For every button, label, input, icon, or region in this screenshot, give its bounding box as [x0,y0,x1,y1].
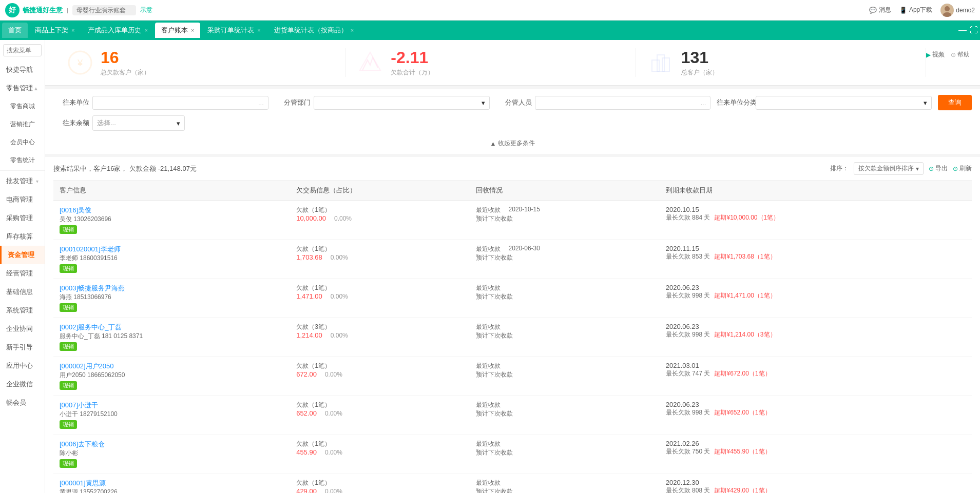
filter-dept-select[interactable]: ▾ [314,96,490,110]
collapse-icon: ▲ [490,140,496,147]
tab-home[interactable]: 首页 [2,23,28,38]
sidebar-item-corp-wechat[interactable]: 企业微信 [0,375,45,393]
tab-product-offshelf[interactable]: 商品上下架 × [29,23,81,38]
tab-purchase-stats[interactable]: 进货单统计表（按商品） × [268,23,360,38]
tab-production-history-close[interactable]: × [144,27,147,33]
customer-tag-0: 现销 [60,225,77,234]
sidebar-item-retail-mgmt[interactable]: 零售管理 ▲ [0,79,45,97]
sidebar-item-basic-info[interactable]: 基础信息 [0,283,45,301]
sidebar-item-system[interactable]: 系统管理 [0,301,45,320]
filter-dept: 分管部门 ▾ [275,96,490,110]
sidebar-search-input[interactable] [3,44,42,56]
tab-customer-account[interactable]: 客户账本 × [155,23,200,38]
return-next-7: 预计下次收款 [476,487,654,493]
filter-person-input[interactable]: ... [535,96,711,110]
tab-purchase-order[interactable]: 采购订单统计表 × [201,23,266,38]
sidebar-item-enterprise[interactable]: 企业协同 [0,320,45,338]
collapse-btn[interactable]: ▲ 收起更多条件 [53,136,972,151]
sidebar-item-member-plus[interactable]: 畅会员 [0,393,45,412]
sidebar-item-purchase-label: 采购管理 [6,213,33,223]
tab-production-history[interactable]: 产成品入库单历史 × [82,23,153,38]
sidebar-item-batch-mgmt[interactable]: 批发管理 ▾ [0,172,45,190]
app-btn[interactable]: 📱 App下载 [899,6,932,14]
overdue-link-0[interactable]: 超期¥10,000.00（1笔） [714,213,779,222]
sidebar-item-retail-stats[interactable]: 零售统计 [0,151,45,169]
cell-return-2: 最近收款 预计下次收款 [470,279,660,318]
tab-customer-account-close[interactable]: × [191,27,194,33]
return-next-5: 预计下次收款 [476,409,654,418]
sidebar-item-retail-mall[interactable]: 零售商城 [0,97,45,115]
refresh-btn[interactable]: ⊙ 刷新 [953,164,972,173]
sidebar-item-ecommerce-label: 电商管理 [6,195,33,204]
search-button[interactable]: 查询 [938,95,972,110]
sidebar-item-inventory[interactable]: 库存核算 [0,227,45,246]
sidebar-item-newbie[interactable]: 新手引导 [0,338,45,357]
cell-customer-2: [0003]畅捷服务尹海燕 海燕 18513066976 现销 [53,279,290,318]
nav-hint[interactable]: 示意 [140,6,152,14]
overdue-link-7[interactable]: 超期¥429.00（1笔） [714,486,771,493]
tab-purchase-stats-close[interactable]: × [351,27,354,33]
export-btn[interactable]: ⊙ 导出 [929,164,948,173]
sidebar-item-marketing[interactable]: 营销推广 [0,115,45,133]
cell-due-2: 2020.06.23 最长欠款 998 天 超期¥1,471.00（1笔） [660,279,972,318]
customer-name-1[interactable]: [0001020001]李老师 [60,245,284,254]
overdue-link-2[interactable]: 超期¥1,471.00（1笔） [714,291,776,300]
customer-name-0[interactable]: [0016]吴俊 [60,206,284,215]
return-last-date-1: 2020-06-30 [509,245,540,253]
tab-product-offshelf-close[interactable]: × [71,27,74,33]
results-header: 搜索结果中，客户16家， 欠款金额 -21,148.07元 排序： 按欠款金额倒… [53,157,972,181]
owe-percent-7: 0.00% [325,488,342,494]
message-btn[interactable]: 💬 消息 [869,6,891,14]
content-area: ¥ 16 总欠款客户（家） -2.11 欠款合计（ [45,40,980,493]
cell-owe-1: 欠款（1笔） 1,703.68 0.00% [290,240,469,279]
customer-name-6[interactable]: [0006]去下粮仓 [60,440,284,449]
customer-name-7[interactable]: [000001]黄思源 [60,479,284,488]
filter-balance-select[interactable]: 选择... ▾ [92,115,185,131]
sidebar-item-ecommerce[interactable]: 电商管理 [0,190,45,209]
tab-bar-right: — ⛶ [958,26,978,35]
owe-amount-3: 1,214.00 [296,331,322,339]
overdue-link-4[interactable]: 超期¥672.00（1笔） [714,369,771,378]
sidebar-item-operations[interactable]: 经营管理 [0,264,45,283]
table-row: [0016]吴俊 吴俊 13026203696 现销 欠款（1笔） 10,000… [53,201,972,240]
sidebar-item-purchase[interactable]: 采购管理 [0,209,45,227]
sidebar-search-area [0,40,45,61]
filter-unit-category-select[interactable]: ▾ [756,96,932,110]
customer-name-2[interactable]: [0003]畅捷服务尹海燕 [60,284,284,293]
cell-due-0: 2020.10.15 最长欠款 884 天 超期¥10,000.00（1笔） [660,201,972,240]
return-last-3: 最近收款 [476,323,501,331]
tab-purchase-order-close[interactable]: × [257,27,260,33]
user-btn[interactable]: demo2 [940,4,975,17]
company-select[interactable]: 母婴行业演示账套 [72,5,136,15]
tab-collapse-icon[interactable]: — [958,26,967,35]
stat-total-customers-number: 131 [681,48,718,67]
sidebar-item-quick-nav[interactable]: 快捷导航 [0,61,45,79]
sort-select[interactable]: 按欠款金额倒序排序 ▾ [854,162,924,175]
sidebar-item-app-center[interactable]: 应用中心 [0,357,45,375]
return-next-0: 预计下次收款 [476,214,654,223]
overdue-days-2: 最长欠款 998 天 [666,291,710,300]
customer-name-4[interactable]: [000002]用户2050 [60,362,284,371]
col-customer-info: 客户信息 [53,181,290,201]
overdue-link-5[interactable]: 超期¥652.00（1笔） [714,408,771,417]
sidebar-item-operations-label: 经营管理 [6,269,33,278]
tab-expand-icon[interactable]: ⛶ [970,26,978,35]
view-btn[interactable]: ▶ 视频 [926,50,945,59]
help-btn[interactable]: ⊙ 帮助 [951,50,970,59]
cell-return-1: 最近收款 2020-06-30 预计下次收款 [470,240,660,279]
sidebar-item-finance[interactable]: 资金管理 [0,246,45,264]
filter-from-unit-input[interactable]: ... [92,96,268,110]
due-date-3: 2020.06.23 [666,323,966,330]
owe-amount-6: 455.90 [296,448,317,456]
customer-name-5[interactable]: [0007]小迸干 [60,401,284,410]
overdue-link-3[interactable]: 超期¥1,214.00（3笔） [714,330,776,339]
overdue-link-6[interactable]: 超期¥455.90（1笔） [714,447,771,456]
sidebar-item-system-label: 系统管理 [6,306,33,315]
results-area: 搜索结果中，客户16家， 欠款金额 -21,148.07元 排序： 按欠款金额倒… [45,157,980,493]
cell-return-0: 最近收款 2020-10-15 预计下次收款 [470,201,660,240]
export-icon: ⊙ [929,165,934,172]
overdue-link-1[interactable]: 超期¥1,703.68（1笔） [714,252,776,261]
sidebar-item-member[interactable]: 会员中心 [0,133,45,151]
customer-name-3[interactable]: [0002]服务中心_丁磊 [60,323,284,332]
svg-rect-7 [657,55,664,71]
